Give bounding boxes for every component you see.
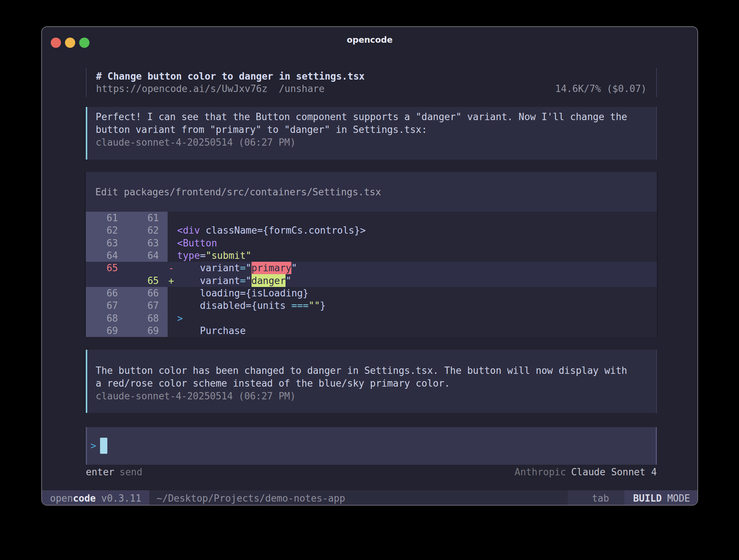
line-number-old: 66 bbox=[86, 287, 127, 299]
code-line: > bbox=[177, 312, 657, 324]
diff-view: 61616262<div className={formCs.controls}… bbox=[86, 212, 657, 337]
diff-line: 6464 type="submit" bbox=[86, 249, 657, 262]
mode-build: BUILD bbox=[633, 493, 662, 504]
send-hint: entersend bbox=[86, 467, 142, 477]
diff-line: 6868 > bbox=[86, 312, 657, 324]
window-title: opencode bbox=[42, 35, 697, 45]
token-cost-stats: 14.6K/7% ($0.07) bbox=[555, 83, 647, 95]
message-text-line: a red/rose color scheme instead of the b… bbox=[96, 377, 656, 390]
code-line: type="submit" bbox=[177, 249, 657, 262]
line-number-old bbox=[86, 274, 127, 287]
line-number-new: 66 bbox=[127, 287, 168, 299]
line-number-new: 65 bbox=[127, 274, 168, 287]
hints-row: entersend AnthropicClaude Sonnet 4 bbox=[86, 465, 657, 479]
line-number-new: 67 bbox=[127, 299, 168, 312]
line-number-new: 61 bbox=[127, 212, 168, 224]
edit-tool-card: Edit packages/frontend/src/containers/Se… bbox=[85, 172, 658, 337]
message-text-line: button variant from "primary" to "danger… bbox=[96, 123, 656, 136]
line-number-old: 65 bbox=[86, 262, 127, 274]
line-number-old: 64 bbox=[86, 249, 127, 262]
code-line: variant="primary" bbox=[177, 262, 657, 274]
model-timestamp: claude-sonnet-4-20250514 (06:27 PM) bbox=[96, 136, 656, 149]
diff-line: 6666 loading={isLoading} bbox=[86, 287, 657, 299]
line-number-new: 68 bbox=[127, 312, 168, 324]
diff-sign bbox=[168, 299, 177, 312]
code-line: <div className={formCs.controls}> bbox=[177, 224, 657, 237]
diff-line: 65+ variant="danger" bbox=[86, 274, 657, 287]
line-number-old: 68 bbox=[86, 312, 127, 324]
diff-sign bbox=[168, 312, 177, 324]
diff-sign bbox=[168, 325, 177, 337]
diff-sign bbox=[168, 287, 177, 299]
prompt-chevron-icon: > bbox=[91, 440, 96, 451]
code-line bbox=[177, 212, 657, 224]
unshare-command: /unshare bbox=[279, 83, 325, 95]
tab-key-hint: tab bbox=[568, 490, 624, 506]
code-line: loading={isLoading} bbox=[177, 287, 657, 299]
app-name-open: open bbox=[50, 493, 73, 504]
line-number-new: 64 bbox=[127, 249, 168, 262]
prompt-input[interactable]: > bbox=[86, 427, 657, 465]
model-indicator: AnthropicClaude Sonnet 4 bbox=[514, 467, 657, 477]
enter-key-hint: enter bbox=[86, 467, 114, 477]
diff-sign bbox=[168, 212, 177, 224]
code-line: Purchase bbox=[177, 325, 657, 337]
diff-sign bbox=[168, 249, 177, 262]
model-name: Claude Sonnet 4 bbox=[571, 467, 657, 477]
message-text-line: Perfect! I can see that the Button compo… bbox=[96, 111, 656, 123]
edit-file-label: Edit packages/frontend/src/containers/Se… bbox=[86, 172, 657, 212]
diff-line: 65- variant="primary" bbox=[86, 262, 657, 274]
assistant-message: The button color has been changed to dan… bbox=[86, 350, 657, 413]
diff-sign: + bbox=[168, 274, 177, 287]
message-text-line: The button color has been changed to dan… bbox=[96, 364, 656, 377]
line-number-old: 61 bbox=[86, 212, 127, 224]
assistant-message: Perfect! I can see that the Button compo… bbox=[86, 107, 657, 160]
diff-sign bbox=[168, 237, 177, 249]
status-bar: opencodev0.3.11 ~/Desktop/Projects/demo-… bbox=[42, 490, 698, 506]
line-number-new: 62 bbox=[127, 224, 168, 237]
app-version-segment: opencodev0.3.11 bbox=[42, 490, 149, 506]
share-url: https://opencode.ai/s/UwJxv76z bbox=[96, 83, 268, 95]
text-cursor bbox=[100, 438, 107, 454]
line-number-old: 69 bbox=[86, 325, 127, 337]
line-number-old: 62 bbox=[86, 224, 127, 237]
line-number-old: 67 bbox=[86, 299, 127, 312]
code-line: variant="danger" bbox=[177, 274, 657, 287]
diff-line: 6969 Purchase bbox=[86, 325, 657, 337]
code-line: <Button bbox=[177, 237, 657, 249]
app-name-code: code bbox=[73, 493, 96, 504]
opencode-window: opencode # Change button color to danger… bbox=[41, 26, 698, 506]
diff-line: 6363 <Button bbox=[86, 237, 657, 249]
mode-segment: BUILDMODE bbox=[624, 490, 698, 506]
line-number-new: 63 bbox=[127, 237, 168, 249]
model-timestamp: claude-sonnet-4-20250514 (06:27 PM) bbox=[96, 390, 656, 403]
code-line: disabled={units === ""} bbox=[177, 299, 657, 312]
line-number-new: 69 bbox=[127, 325, 168, 337]
send-action-hint: send bbox=[119, 467, 142, 477]
diff-sign: - bbox=[168, 262, 177, 274]
diff-sign bbox=[168, 224, 177, 237]
titlebar: opencode bbox=[42, 27, 697, 53]
session-title: # Change button color to danger in setti… bbox=[96, 70, 365, 83]
line-number-old: 63 bbox=[86, 237, 127, 249]
app-version: v0.3.11 bbox=[101, 493, 141, 504]
provider-name: Anthropic bbox=[514, 467, 566, 477]
session-header: # Change button color to danger in setti… bbox=[86, 68, 657, 97]
working-directory: ~/Desktop/Projects/demo-notes-app bbox=[157, 493, 345, 504]
diff-line: 6161 bbox=[86, 212, 657, 224]
main-content: # Change button color to danger in setti… bbox=[86, 68, 657, 506]
mode-word: MODE bbox=[667, 493, 690, 504]
line-number-new bbox=[127, 262, 168, 274]
diff-line: 6767 disabled={units === ""} bbox=[86, 299, 657, 312]
diff-line: 6262<div className={formCs.controls}> bbox=[86, 224, 657, 237]
